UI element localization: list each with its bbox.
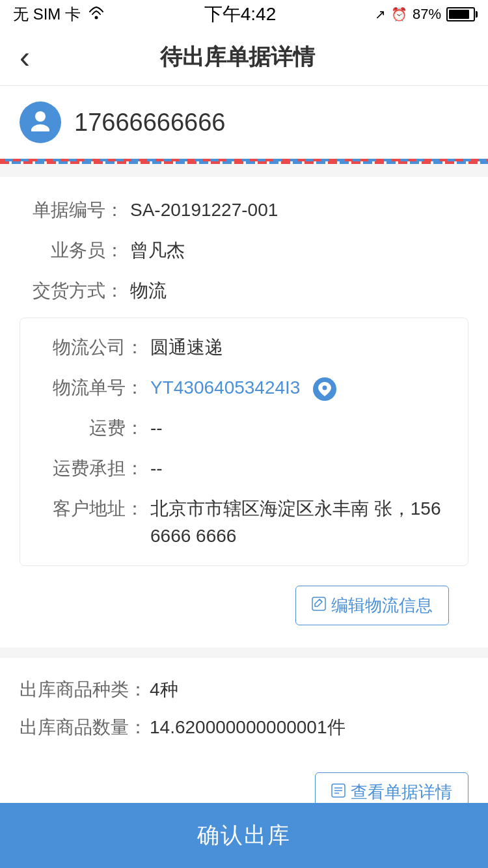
delivery-method-label: 交货方式： [20,277,124,305]
freight-responsible-label: 运费承担： [40,455,144,482]
stats-section: 出库商品种类： 4种 出库商品数量： 14.620000000000001件 [0,658,488,766]
product-types-row: 出库商品种类： 4种 [20,677,468,702]
product-quantity-label: 出库商品数量： [20,715,150,740]
alarm-icon: ⏰ [391,7,407,22]
battery-icon [446,7,475,21]
delivery-method-row: 交货方式： 物流 [20,277,468,305]
edit-logistics-button[interactable]: 编辑物流信息 [295,586,449,625]
status-left: 无 SIM 卡 [13,4,105,25]
page-title: 待出库单据详情 [43,42,432,72]
tracking-number-value: YT43064053424I3 [150,374,448,401]
tracking-number-row: 物流单号： YT43064053424I3 [40,374,448,401]
freight-label: 运费： [40,414,144,442]
sales-rep-row: 业务员： 曾凡杰 [20,237,468,264]
back-button[interactable]: ‹ [20,39,30,75]
wifi-icon [87,5,105,23]
section-divider-1 [0,647,488,658]
svg-point-3 [323,385,327,390]
user-icon [29,108,52,137]
carrier-label: 无 SIM 卡 [13,4,81,25]
address-value: 北京市市辖区海淀区永丰南 张，156 6666 6666 [150,495,448,550]
logistics-company-value: 圆通速递 [150,334,448,361]
svg-point-1 [35,111,46,122]
freight-responsible-row: 运费承担： -- [40,455,448,482]
order-info-section: 单据编号： SA-20191227-001 业务员： 曾凡杰 交货方式： 物流 … [0,177,488,647]
sales-rep-value: 曾凡杰 [130,237,468,264]
svg-point-0 [95,16,98,20]
address-label: 客户地址： [40,495,144,522]
document-number-value: SA-20191227-001 [130,197,468,224]
battery-percent: 87% [413,6,441,23]
location-icon: ↗ [375,7,386,22]
document-number-row: 单据编号： SA-20191227-001 [20,197,468,224]
customer-phone: 17666666666 [74,109,225,137]
freight-row: 运费： -- [40,414,448,442]
tracking-number-label: 物流单号： [40,374,144,401]
delivery-method-value: 物流 [130,277,468,305]
freight-value: -- [150,414,448,442]
svg-point-2 [31,124,49,131]
address-row: 客户地址： 北京市市辖区海淀区永丰南 张，156 6666 6666 [40,495,448,550]
freight-responsible-value: -- [150,455,448,482]
sales-rep-label: 业务员： [20,237,124,264]
edit-logistics-label: 编辑物流信息 [331,594,433,617]
edit-icon [312,597,326,615]
nav-bar: ‹ 待出库单据详情 [0,29,488,86]
document-number-label: 单据编号： [20,197,124,224]
avatar [20,102,61,143]
edit-logistics-container: 编辑物流信息 [20,579,468,641]
logistics-card: 物流公司： 圆通速递 物流单号： YT43064053424I3 运费： -- … [20,318,468,566]
view-detail-label: 查看单据详情 [351,781,452,804]
customer-bar: 17666666666 [0,86,488,161]
product-types-label: 出库商品种类： [20,677,150,702]
status-bar: 无 SIM 卡 下午4:42 ↗ ⏰ 87% [0,0,488,29]
status-time: 下午4:42 [204,2,277,27]
logistics-company-row: 物流公司： 圆通速递 [40,334,448,361]
confirm-label: 确认出库 [197,821,291,850]
logistics-company-label: 物流公司： [40,334,144,361]
status-right: ↗ ⏰ 87% [375,6,475,23]
list-icon [331,782,346,802]
product-types-value: 4种 [150,677,178,702]
location-pin-icon[interactable] [313,377,336,401]
confirm-button[interactable]: 确认出库 [0,803,488,868]
dashed-divider [0,161,488,164]
product-quantity-row: 出库商品数量： 14.620000000000001件 [20,715,468,740]
product-quantity-value: 14.620000000000001件 [150,715,346,740]
